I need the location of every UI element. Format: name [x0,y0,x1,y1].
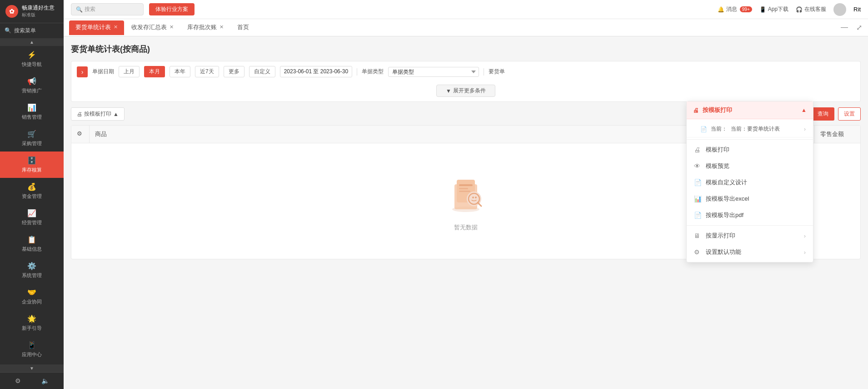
industry-btn[interactable]: 体验行业方案 [149,3,195,15]
dropdown-expand-icon-display-print: 🖥 [694,232,701,239]
tab-bar: 要货单统计表✕收发存汇总表✕库存批次账✕首页 — ⤢ [64,19,868,36]
dropdown-item-template-custom[interactable]: 📄 模板自定义设计 [687,174,813,191]
type-filter-label: 单据类型 [362,68,384,76]
type-filter-select[interactable]: 单据类型 [388,67,479,77]
current-template-arrow: › [804,126,806,132]
date-range-input[interactable]: 2023-06-01 至 2023-06-30 [280,66,352,77]
sidebar-item-guide[interactable]: 🌟 新手引导 [0,310,64,336]
top-bar: 🔍 搜索 体验行业方案 🔔 消息 99+ 📱 App下载 🎧 在线客服 Rit [64,0,868,19]
search-placeholder: 搜索 [85,5,95,13]
app-download-action[interactable]: 📱 App下载 [759,5,788,13]
customer-service-action[interactable]: 🎧 在线客服 [796,5,826,13]
print-dropdown: 🖨 按模板打印 ▲ 📄 当前： 当前：要货单统计表 › 🖨 模板打印 👁 [686,101,813,263]
filter-divider-2 [484,68,484,76]
nav-label-cooperation: 企业协同 [22,298,42,305]
dropdown-expand-arrow-default-func: › [804,249,806,256]
settings-icon[interactable]: ⚙ [15,377,21,384]
sidebar-item-basic[interactable]: 📋 基础信息 [0,231,64,257]
expand-icon: ▼ [446,88,451,94]
nav-icon-quick-nav: ⚡ [27,51,36,59]
tab-receipt-summary[interactable]: 收发存汇总表✕ [125,20,180,35]
query-btn[interactable]: 查询 [812,107,834,121]
sidebar-item-quick-nav[interactable]: ⚡ 快捷导航 [0,46,64,72]
page-title: 要货单统计表(按商品) [71,44,861,55]
app-logo-icon: ✿ [5,5,18,18]
tab-maximize[interactable]: ⤢ [853,22,864,33]
sidebar-search[interactable]: 🔍 搜索菜单 [0,23,64,38]
search-icon-top: 🔍 [76,6,83,13]
tab-label-inventory-batch: 库存批次账 [187,23,217,31]
tab-minimize[interactable]: — [839,22,850,33]
user-avatar[interactable] [833,3,846,16]
page-content: 要货单统计表(按商品) › 单据日期 上月 本月 本年 近7天 更多 自定义 2… [64,36,868,389]
dropdown-label-template-preview: 模板预览 [706,162,806,170]
sidebar-item-app-center[interactable]: 📱 应用中心 [0,336,64,363]
sidebar-scroll-down[interactable]: ▼ [0,364,64,372]
main-content: 🔍 搜索 体验行业方案 🔔 消息 99+ 📱 App下载 🎧 在线客服 Rit … [64,0,868,389]
date-tag-last-month[interactable]: 上月 [119,66,140,77]
app-name: 畅康通好生意 [22,5,55,12]
sidebar-item-operation[interactable]: 📈 经营管理 [0,204,64,231]
sidebar-scroll-up[interactable]: ▲ [0,38,64,46]
sidebar-item-system[interactable]: ⚙️ 系统管理 [0,257,64,283]
filter-collapse-btn[interactable]: › [77,66,88,77]
nav-label-marketing: 营销推广 [22,87,42,94]
filter-row: › 单据日期 上月 本月 本年 近7天 更多 自定义 2023-06-01 至 … [77,66,855,77]
print-icon: 🖨 [77,111,82,117]
dropdown-icon-template-preview: 👁 [694,162,701,170]
tab-close-receipt-summary[interactable]: ✕ [170,24,174,30]
dropdown-expand-left-display-print: 🖥 按显示打印 [694,232,735,240]
date-tag-this-month[interactable]: 本月 [144,66,165,77]
date-tag-more[interactable]: 更多 [224,66,244,77]
dropdown-label-template-custom: 模板自定义设计 [706,178,806,187]
top-search[interactable]: 🔍 搜索 [71,3,144,15]
sidebar-item-sales[interactable]: 📊 销售管理 [0,99,64,125]
dropdown-item-template-export-excel[interactable]: 📊 按模板导出excel [687,191,813,207]
date-tag-7days[interactable]: 近7天 [195,66,219,77]
dropdown-expand-default-func[interactable]: ⚙ 设置默认功能 › [687,244,813,260]
dropdown-icon-template-export-pdf: 📄 [694,212,701,219]
app-badge: 标准版 [22,12,55,18]
user-name[interactable]: Rit [853,6,861,13]
dropdown-item-template-preview[interactable]: 👁 模板预览 [687,158,813,174]
app-info: 畅康通好生意 标准版 [22,5,55,18]
sound-icon[interactable]: 🔈 [41,377,49,384]
message-badge: 99+ [740,6,752,12]
tab-home[interactable]: 首页 [231,20,255,35]
tab-label-home: 首页 [237,23,249,31]
date-tag-this-year[interactable]: 本年 [170,66,190,77]
tab-order-stats[interactable]: 要货单统计表✕ [69,20,124,35]
date-tag-custom[interactable]: 自定义 [249,66,275,77]
settings-btn[interactable]: 设置 [838,107,861,121]
svg-point-10 [475,197,477,198]
sidebar-item-marketing[interactable]: 📢 营销推广 [0,72,64,99]
th-product: 商品 [90,126,724,143]
print-btn[interactable]: 🖨 按模板打印 ▲ [71,107,125,121]
topbar-actions: 🔔 消息 99+ 📱 App下载 🎧 在线客服 Rit [718,3,861,16]
dropdown-item-template-print[interactable]: 🖨 模板打印 [687,141,813,158]
sidebar-item-finance[interactable]: 💰 资金管理 [0,178,64,204]
print-arrow-icon: ▲ [113,111,119,117]
current-template-item[interactable]: 📄 当前： 当前：要货单统计表 › [687,121,813,137]
sidebar-item-purchase[interactable]: 🛒 采购管理 [0,125,64,152]
sidebar-item-inventory[interactable]: 🗄️ 库存核算 [0,152,64,178]
bell-icon: 🔔 [718,6,724,13]
nav-label-quick-nav: 快捷导航 [22,61,42,68]
sidebar-search-label: 搜索菜单 [14,27,36,35]
nav-icon-operation: 📈 [27,209,36,217]
dropdown-expand-display-print[interactable]: 🖥 按显示打印 › [687,227,813,244]
sidebar-logo[interactable]: ✿ 畅康通好生意 标准版 [0,0,64,23]
dropdown-item-template-export-pdf[interactable]: 📄 按模板导出pdf [687,207,813,223]
svg-point-9 [472,197,474,198]
message-action[interactable]: 🔔 消息 99+ [718,5,752,13]
print-btn-label: 按模板打印 [84,110,111,118]
tab-close-order-stats[interactable]: ✕ [114,24,118,30]
tab-close-inventory-batch[interactable]: ✕ [219,24,224,30]
dropdown-icon-template-print: 🖨 [694,146,701,153]
tab-inventory-batch[interactable]: 库存批次账✕ [181,20,230,35]
sidebar-item-cooperation[interactable]: 🤝 企业协同 [0,283,64,310]
filter-expand-btn[interactable]: ▼ 展开更多条件 [436,85,495,97]
nav-icon-marketing: 📢 [27,77,36,86]
dropdown-header[interactable]: 🖨 按模板打印 ▲ [687,101,813,119]
print-header-icon: 🖨 [693,107,699,114]
